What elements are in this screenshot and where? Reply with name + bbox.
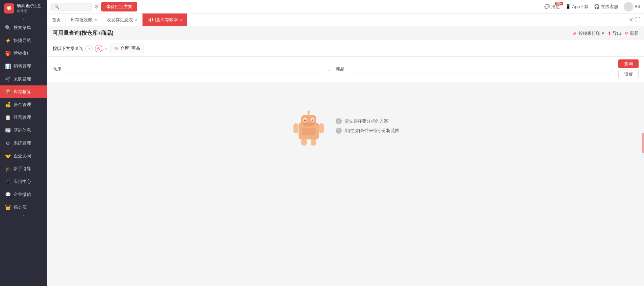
empty-state: 1 请先选择要分析的方案 2 用[过滤]条件来缩小分析范围 <box>47 82 644 170</box>
tab-receive-summary-close[interactable]: × <box>135 18 137 22</box>
sidebar-item-system[interactable]: ⚙ 系统管理 <box>0 137 47 150</box>
sidebar-item-enterprise-wechat[interactable]: 💬 企业微信 <box>0 188 47 201</box>
svg-rect-11 <box>311 139 316 146</box>
sidebar-item-finance[interactable]: 💰 资金管理 <box>0 98 47 111</box>
tabs-bar: 首页 库存批次账 × 收发存汇总表 × 可用量库存账本 × ✕ ⛶ <box>47 14 644 26</box>
warehouse-field: 仓库 ... <box>53 64 330 74</box>
query-btn[interactable]: 查询 <box>618 59 639 68</box>
main-container: 🔍 ⚙ 体验行业方案 💬 消息 99+ 📱 App下载 🎧 在线客服 Ri <box>47 0 644 286</box>
tab-available-ledger[interactable]: 可用量库存账本 × <box>143 14 187 26</box>
message-badge: 99+ <box>555 2 563 5</box>
sales-icon: 📊 <box>5 63 11 69</box>
phone-icon: 📱 <box>565 4 571 9</box>
export-btn[interactable]: ⬆ 导出 <box>608 30 621 36</box>
purchase-icon: 🛒 <box>5 76 11 82</box>
sidebar-brand-name: 畅康通好生意 <box>17 3 41 9</box>
topbar-user[interactable]: Rit <box>624 2 640 11</box>
tab-receive-summary-label: 收发存汇总表 <box>107 17 133 23</box>
sidebar-item-label-app-center: 应用中心 <box>14 179 31 185</box>
sidebar-item-app-center[interactable]: 📱 应用中心 <box>0 175 47 188</box>
product-more-btn[interactable]: ... <box>609 67 613 72</box>
sidebar-item-label-search: 搜索菜单 <box>14 25 31 31</box>
warehouse-more-btn[interactable]: ... <box>327 67 330 72</box>
page-header-actions: 🖨 按模板打印 ▾ ⬆ 导出 ↻ 刷新 <box>573 30 639 36</box>
tab-receive-summary[interactable]: 收发存汇总表 × <box>102 14 143 26</box>
sidebar-item-label-onboarding: 新手引导 <box>14 166 31 172</box>
sidebar-item-label-basic-info: 基础信息 <box>14 127 31 133</box>
sidebar-item-shortcut[interactable]: ⚡ 快捷导航 <box>0 34 47 47</box>
topbar-app-download[interactable]: 📱 App下载 <box>565 4 589 10</box>
sidebar-item-label-inventory: 库存核算 <box>14 89 31 95</box>
warehouse-input[interactable] <box>63 64 325 74</box>
sidebar-item-purchase[interactable]: 🛒 采购管理 <box>0 73 47 85</box>
svg-rect-10 <box>301 139 307 146</box>
filter-scheme[interactable]: ⊙ 仓库+商品 <box>110 44 144 53</box>
svg-point-13 <box>307 110 310 113</box>
right-scrollbar[interactable] <box>642 133 644 153</box>
sidebar-item-basic-info[interactable]: 📰 基础信息 <box>0 124 47 137</box>
sidebar-item-marketing[interactable]: 🎁 营销推广 <box>0 47 47 60</box>
message-icon: 💬 <box>544 4 550 9</box>
settings-btn[interactable]: 设置 <box>618 70 639 79</box>
app-download-label: App下载 <box>572 4 589 10</box>
topbar-search-area: 🔍 ⚙ <box>51 3 99 10</box>
sidebar-item-label-operations: 经营管理 <box>14 114 31 121</box>
sidebar-item-label-shortcut: 快捷导航 <box>14 37 31 44</box>
topbar-message[interactable]: 💬 消息 99+ <box>544 4 560 10</box>
sidebar-item-inventory[interactable]: 📦 库存核算 <box>0 85 47 98</box>
tab-maximize-btn[interactable]: ⛶ <box>635 17 641 23</box>
tip-text-2: 用[过滤]条件来缩小分析范围 <box>344 128 400 134</box>
tab-batch-accounts[interactable]: 库存批次账 × <box>66 14 102 26</box>
tabs-actions: ✕ ⛶ <box>625 17 644 23</box>
app-center-icon: 📱 <box>5 179 11 185</box>
print-dropdown-icon: ▾ <box>602 31 604 36</box>
tab-batch-accounts-label: 库存批次账 <box>71 17 93 23</box>
filter-label-section: 按以下方案查询 + ⊙ « <box>53 44 107 52</box>
product-field: 商品 ... <box>336 64 613 74</box>
page-header: 可用量查询(按仓库+商品) 🖨 按模板打印 ▾ ⬆ 导出 ↻ 刷新 <box>47 26 644 40</box>
sidebar-item-label-purchase: 采购管理 <box>14 76 31 82</box>
sidebar-item-sales[interactable]: 📊 销售管理 <box>0 60 47 73</box>
system-icon: ⚙ <box>5 140 11 146</box>
tab-available-ledger-close[interactable]: × <box>180 18 182 22</box>
sidebar-item-search[interactable]: 🔍 搜索菜单 <box>0 21 47 34</box>
export-label: 导出 <box>613 30 621 36</box>
svg-rect-7 <box>302 128 315 135</box>
svg-rect-9 <box>319 123 324 133</box>
finance-icon: 💰 <box>5 102 11 108</box>
tab-batch-accounts-close[interactable]: × <box>95 18 97 22</box>
print-icon: 🖨 <box>573 31 577 36</box>
topbar-right: 💬 消息 99+ 📱 App下载 🎧 在线客服 Rit <box>544 2 640 11</box>
customer-service-label: 在线客服 <box>601 4 618 10</box>
operations-icon: 📋 <box>5 114 11 121</box>
topbar-search-box[interactable]: 🔍 <box>51 3 92 10</box>
experience-btn[interactable]: 体验行业方案 <box>101 2 137 11</box>
search-icon-topbar: 🔍 <box>54 4 59 9</box>
refresh-btn[interactable]: ↻ 刷新 <box>625 30 639 36</box>
warehouse-label: 仓库 <box>53 66 61 72</box>
onboarding-icon: 🎓 <box>5 166 11 172</box>
sidebar-item-onboarding[interactable]: 🎓 新手引导 <box>0 162 47 175</box>
product-input[interactable] <box>346 64 608 74</box>
filter-settings-btn[interactable]: ⊙ <box>95 45 102 52</box>
sidebar-item-label-sales: 销售管理 <box>14 63 31 69</box>
page-content: 可用量查询(按仓库+商品) 🖨 按模板打印 ▾ ⬆ 导出 ↻ 刷新 <box>47 26 644 286</box>
print-label: 按模板打印 <box>578 30 600 36</box>
gear-icon[interactable]: ⚙ <box>94 3 99 10</box>
tab-home[interactable]: 首页 <box>47 14 66 26</box>
filter-add-btn[interactable]: + <box>85 45 93 52</box>
filter-collapse-btn[interactable]: « <box>104 46 107 51</box>
sidebar-item-operations[interactable]: 📋 经营管理 <box>0 111 47 124</box>
filter-panel: 按以下方案查询 + ⊙ « ⊙ 仓库+商品 <box>47 40 644 57</box>
topbar-customer-service[interactable]: 🎧 在线客服 <box>594 4 618 10</box>
refresh-label: 刷新 <box>630 30 639 36</box>
sidebar-brand-tag: 标准版 <box>17 9 41 14</box>
sidebar-item-member[interactable]: 👑 畅会员 <box>0 201 47 214</box>
sidebar-item-enterprise[interactable]: 🤝 企业协同 <box>0 150 47 162</box>
print-template-btn[interactable]: 🖨 按模板打印 ▾ <box>573 30 604 36</box>
tab-close-window-btn[interactable]: ✕ <box>629 17 633 23</box>
svg-point-4 <box>304 120 306 121</box>
shortcut-icon: ⚡ <box>5 37 11 44</box>
sidebar-item-label-enterprise-wechat: 企业微信 <box>14 191 31 198</box>
sidebar-nav: 🔍 搜索菜单 ⚡ 快捷导航 🎁 营销推广 📊 销售管理 🛒 采购管理 📦 库存核… <box>0 17 47 286</box>
